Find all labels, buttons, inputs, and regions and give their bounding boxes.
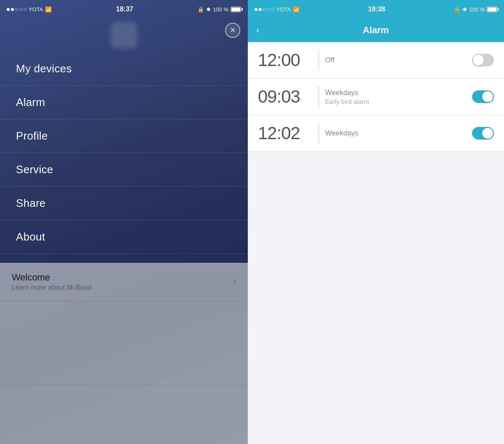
toggle-knob-0 — [473, 55, 484, 66]
dot-3 — [15, 8, 18, 11]
alarm-divider-1 — [318, 86, 319, 107]
alarm-name-1: Early bird alarm — [325, 98, 472, 105]
right-dot-4 — [267, 8, 270, 11]
left-bluetooth-icon: ✱ — [206, 6, 211, 13]
alarm-item-2[interactable]: 12:02 Weekdays — [248, 115, 504, 152]
alarm-info-1: Weekdays Early bird alarm — [325, 89, 472, 105]
alarm-info-2: Weekdays — [325, 129, 472, 137]
alarm-time-0: 12:00 — [258, 50, 312, 70]
alarm-schedule-0: Off — [325, 56, 472, 64]
right-status-left: YOTA 📶 — [255, 6, 299, 13]
alarm-item-0[interactable]: 12:00 Off — [248, 42, 504, 79]
right-time: 18:38 — [368, 5, 385, 13]
menu-list: My devices Alarm Profile Service Share A… — [0, 52, 248, 263]
menu-item-about-label: About — [16, 230, 45, 243]
menu-item-service[interactable]: Service — [0, 153, 248, 187]
signal-dots — [7, 8, 26, 11]
alarm-item-1[interactable]: 09:03 Weekdays Early bird alarm — [248, 79, 504, 115]
nav-bar: ‹ Alarm — [248, 18, 504, 42]
battery-fill — [231, 8, 240, 11]
alarm-schedule-2: Weekdays — [325, 129, 472, 137]
bottom-section: Welcome Learn more about Mi Band › — [0, 263, 248, 444]
menu-item-service-label: Service — [16, 163, 53, 176]
alarm-list: 12:00 Off 09:03 Weekdays Early bird alar… — [248, 42, 504, 152]
left-lock-icon: 🔒 — [197, 6, 204, 13]
alarm-time-1: 09:03 — [258, 87, 312, 107]
alarm-schedule-1: Weekdays — [325, 89, 472, 97]
right-dot-5 — [271, 8, 274, 11]
left-carrier: YOTA — [29, 6, 43, 13]
dot-5 — [24, 8, 26, 11]
alarm-divider-0 — [318, 50, 319, 71]
right-lock-icon: 🔒 — [454, 6, 460, 13]
alarm-toggle-1[interactable] — [472, 90, 494, 103]
left-status-left: YOTA 📶 — [7, 6, 52, 13]
toggle-knob-1 — [482, 91, 493, 102]
close-button[interactable]: ✕ — [225, 23, 240, 38]
right-battery-percent: 100 % — [469, 6, 485, 13]
right-dot-1 — [255, 8, 257, 11]
right-carrier: YOTA — [276, 6, 291, 13]
alarm-toggle-0[interactable] — [472, 54, 494, 66]
left-status-bar: YOTA 📶 18:37 🔒 ✱ 100 % — [0, 0, 248, 18]
app-icon-blur — [110, 22, 137, 49]
chevron-right-icon: › — [233, 276, 236, 287]
right-panel: YOTA 📶 18:38 🔒 ✱ 100 % ‹ Alarm 12:00 Off — [248, 0, 504, 444]
left-wifi-icon: 📶 — [45, 6, 52, 13]
dot-4 — [19, 8, 22, 11]
alarm-divider-2 — [318, 123, 319, 144]
right-status-bar: YOTA 📶 18:38 🔒 ✱ 100 % — [248, 0, 504, 18]
app-icon-area: ✕ — [0, 18, 248, 52]
welcome-title: Welcome — [12, 272, 91, 283]
left-battery-percent: 100 % — [213, 6, 228, 13]
left-panel: YOTA 📶 18:37 🔒 ✱ 100 % ✕ My device — [0, 0, 248, 444]
left-time: 18:37 — [116, 5, 133, 13]
right-dot-2 — [259, 8, 262, 11]
back-icon: ‹ — [256, 25, 259, 36]
alarm-info-0: Off — [325, 56, 472, 64]
alarm-rest-area — [248, 152, 504, 444]
welcome-row[interactable]: Welcome Learn more about Mi Band › — [0, 263, 248, 301]
menu-item-my-devices[interactable]: My devices — [0, 52, 248, 86]
welcome-text: Welcome Learn more about Mi Band — [12, 272, 91, 291]
bottom-empty-1 — [0, 301, 248, 385]
right-bluetooth-icon: ✱ — [462, 6, 467, 13]
welcome-subtitle: Learn more about Mi Band — [12, 284, 91, 291]
dot-2 — [11, 8, 14, 11]
menu-item-profile-label: Profile — [16, 130, 48, 143]
menu-item-share[interactable]: Share — [0, 187, 248, 220]
right-dot-3 — [263, 8, 266, 11]
alarm-time-2: 12:02 — [258, 123, 312, 143]
right-battery-icon — [487, 7, 497, 12]
left-status-right: 🔒 ✱ 100 % — [197, 6, 241, 13]
menu-item-alarm-label: Alarm — [16, 96, 45, 109]
back-button[interactable]: ‹ — [256, 25, 259, 36]
toggle-knob-2 — [482, 128, 493, 139]
menu-item-my-devices-label: My devices — [16, 62, 72, 75]
right-signal-dots — [255, 8, 274, 11]
menu-item-alarm[interactable]: Alarm — [0, 86, 248, 119]
menu-item-profile[interactable]: Profile — [0, 119, 248, 153]
right-battery-fill — [488, 8, 496, 11]
left-content: YOTA 📶 18:37 🔒 ✱ 100 % ✕ My device — [0, 0, 248, 444]
menu-item-about[interactable]: About — [0, 220, 248, 254]
bottom-empty-2 — [0, 385, 248, 444]
right-status-right: 🔒 ✱ 100 % — [454, 6, 497, 13]
close-icon: ✕ — [230, 26, 236, 35]
menu-item-share-label: Share — [16, 197, 46, 210]
dot-1 — [7, 8, 10, 11]
left-battery-icon — [231, 7, 241, 12]
nav-title: Alarm — [363, 25, 389, 36]
right-wifi-icon: 📶 — [293, 6, 299, 13]
alarm-toggle-2[interactable] — [472, 127, 494, 140]
